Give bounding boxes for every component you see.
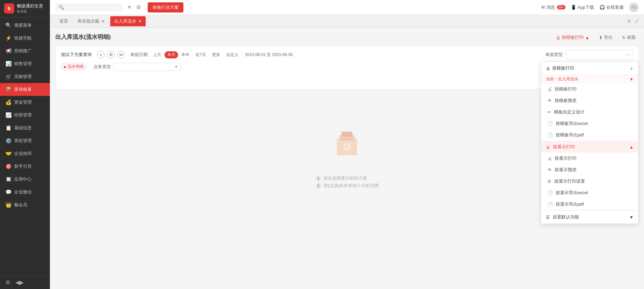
sidebar-nav: 🔍搜索菜单⚡快捷导航📢营销推广📊销售管理🛒采购管理📦库存核算💰资金管理📈经营管理… (0, 18, 50, 275)
refresh-icon: ↻ (622, 35, 626, 40)
display-printer-icon: 🖨 (546, 144, 550, 150)
display-section-header[interactable]: 🖨 按显示打印 ▲ (541, 141, 638, 153)
voucher-type-more[interactable]: ··· (625, 52, 630, 58)
sidebar-item-quick-nav[interactable]: ⚡快捷导航 (0, 32, 50, 45)
newbie-nav-icon: 🎯 (5, 163, 11, 169)
operations-nav-icon: 📈 (5, 112, 11, 118)
sidebar-label-operations: 经营管理 (14, 112, 32, 118)
wechat-nav-icon: 💬 (5, 189, 11, 195)
date-tab-last-month[interactable]: 上月 (150, 51, 164, 58)
dp-template-preview[interactable]: 👁 按模板预览 (541, 95, 638, 106)
refresh-btn[interactable]: ↻ 刷新 (619, 33, 639, 42)
tag-label: 流水明细 (67, 64, 84, 70)
dp-template-design[interactable]: ✏ 模板自定义设计 (541, 106, 638, 118)
search-input[interactable] (66, 5, 113, 10)
dp-display-preview[interactable]: 👁 按显示预览 (541, 164, 638, 176)
date-tab-7days[interactable]: 近7天 (193, 51, 209, 58)
inventory-nav-icon: 📦 (5, 86, 11, 93)
filter-label: 按以下方案查询 (61, 52, 92, 58)
default-settings-icon: ☰ (546, 215, 550, 220)
dp-display-print[interactable]: 🖨 按显示打印 (541, 153, 638, 164)
sidebar-item-newbie[interactable]: 🎯新手引导 (0, 160, 50, 173)
filter-add-btn[interactable]: + (97, 51, 105, 58)
settings-icon[interactable]: ⚙ (5, 279, 10, 286)
export-btn[interactable]: ⬆ 导出 (596, 33, 615, 42)
display-excel-icon: 📄 (547, 190, 553, 195)
apps-nav-icon: 🔲 (5, 176, 11, 182)
display-gear-icon: ⚙ (547, 179, 552, 184)
display-printer-icon-2: 🖨 (547, 156, 552, 161)
quick-nav-nav-icon: ⚡ (5, 35, 11, 41)
sidebar-item-marketing[interactable]: 📢营销推广 (0, 45, 50, 57)
print-template-btn[interactable]: 🖨 按模板打印 ▲ (553, 33, 592, 42)
dp-display-export-excel[interactable]: 📄 按显示导出excel (541, 187, 638, 199)
tab-flow[interactable]: 出入库流水 ✕ (110, 16, 146, 26)
page-content: 出入库流水(流水明细) 🖨 按模板打印 ▲ ⬆ 导出 ↻ 刷新 按以下方案查询 (50, 28, 644, 289)
collapse-icon[interactable]: ◀▶ (16, 279, 24, 286)
export-icon: ⬆ (599, 35, 603, 40)
sidebar-label-wechat: 企业微信 (14, 189, 32, 195)
sidebar-item-apps[interactable]: 🔲应用中心 (0, 173, 50, 186)
date-tab-this-month[interactable]: 本月 (165, 51, 178, 58)
tab-close-batch[interactable]: ✕ (101, 19, 105, 24)
sidebar-item-member[interactable]: 👑畅会员 (0, 199, 50, 211)
footer-arrow: ▼ (629, 215, 634, 220)
sidebar-label-system: 系统管理 (14, 138, 32, 144)
sidebar-label-inventory: 库存核算 (14, 86, 32, 93)
app-download-item[interactable]: 📱 App下载 (571, 4, 594, 10)
sidebar-item-inventory[interactable]: 📦库存核算 (0, 83, 50, 96)
business-type-arrow: ▼ (174, 64, 178, 69)
search-nav-icon: 🔍 (5, 22, 11, 28)
marketing-nav-icon: 📢 (5, 48, 11, 54)
search-icon: 🔍 (59, 5, 64, 10)
dp-template-print[interactable]: 🖨 按模板打印 (541, 83, 638, 95)
dp-display-export-pdf[interactable]: 📄 按显示导出pdf (541, 199, 638, 210)
svg-text:?: ? (345, 144, 348, 150)
filter-collapse-btn[interactable]: ≪ (117, 51, 125, 58)
sidebar-label-quick-nav: 快捷导航 (14, 35, 32, 41)
industry-btn[interactable]: 体验行业方案 (148, 2, 183, 12)
sidebar-item-basic[interactable]: 📋基础信息 (0, 122, 50, 134)
app-name: 畅捷通好生意 (17, 3, 43, 9)
sidebar-logo: b 畅捷通好生意 标准版 (0, 0, 50, 18)
topbar: 🔍 ▼ ⚙ 体验行业方案 ✉ 消息 99+ 📱 App下载 🎧 在线客服 Rit (50, 0, 644, 15)
message-item[interactable]: ✉ 消息 99+ (541, 4, 565, 10)
business-type-select[interactable]: ▼ (114, 63, 181, 71)
voucher-type-select[interactable]: ··· (565, 50, 633, 59)
filter-setting-btn[interactable]: ⚙ (107, 51, 115, 58)
tab-batch-account[interactable]: 库存批次账 ✕ (74, 16, 109, 26)
eye-icon: 👁 (547, 98, 552, 103)
sidebar-item-sales[interactable]: 📊销售管理 (0, 57, 50, 70)
dp-template-export-pdf[interactable]: 📄 按模板导出pdf (541, 129, 638, 141)
sidebar-bottom: ⚙ ◀▶ (0, 275, 50, 289)
avatar[interactable]: Rit (629, 3, 639, 12)
maximize-icon[interactable]: ⤢ (635, 19, 639, 24)
search-box: 🔍 (55, 3, 123, 11)
empty-illustration: ? (330, 128, 364, 168)
sidebar-label-finance: 资金管理 (14, 99, 32, 105)
sidebar-item-wechat[interactable]: 💬企业微信 (0, 186, 50, 199)
sidebar-item-search[interactable]: 🔍搜索菜单 (0, 19, 50, 32)
business-type-label: 业务类型 (93, 64, 111, 70)
date-tab-this-year[interactable]: 本年 (179, 51, 192, 58)
date-tab-custom[interactable]: 自定义 (224, 51, 241, 58)
tab-close-flow[interactable]: ✕ (138, 19, 142, 24)
close-window-icon[interactable]: ✕ (627, 19, 631, 24)
search-settings-icon[interactable]: ▼ (127, 4, 132, 10)
tab-home[interactable]: 首页 (55, 16, 72, 26)
dp-template-export-excel[interactable]: 📄 按模板导出excel (541, 118, 638, 129)
sidebar-item-purchase[interactable]: 🛒采购管理 (0, 70, 50, 83)
gear-icon[interactable]: ⚙ (136, 4, 141, 10)
sidebar-item-system[interactable]: ⚙️系统管理 (0, 134, 50, 147)
dp-display-print-settings[interactable]: ⚙ 按显示打印设置 (541, 176, 638, 187)
sidebar-item-corp[interactable]: 🤝企业协同 (0, 147, 50, 160)
online-service-item[interactable]: 🎧 在线客服 (599, 4, 624, 10)
voucher-type-label: 单据类型 (545, 52, 563, 58)
date-tab-more[interactable]: 更多 (209, 51, 223, 58)
sidebar-item-finance[interactable]: 💰资金管理 (0, 96, 50, 109)
sidebar-item-operations[interactable]: 📈经营管理 (0, 109, 50, 122)
dp-footer[interactable]: ☰ 设置默认功能 ▼ (541, 210, 638, 224)
sidebar-label-search: 搜索菜单 (14, 22, 32, 28)
basic-nav-icon: 📋 (5, 125, 11, 131)
dropdown-collapse-arrow[interactable]: ▲ (630, 66, 634, 71)
